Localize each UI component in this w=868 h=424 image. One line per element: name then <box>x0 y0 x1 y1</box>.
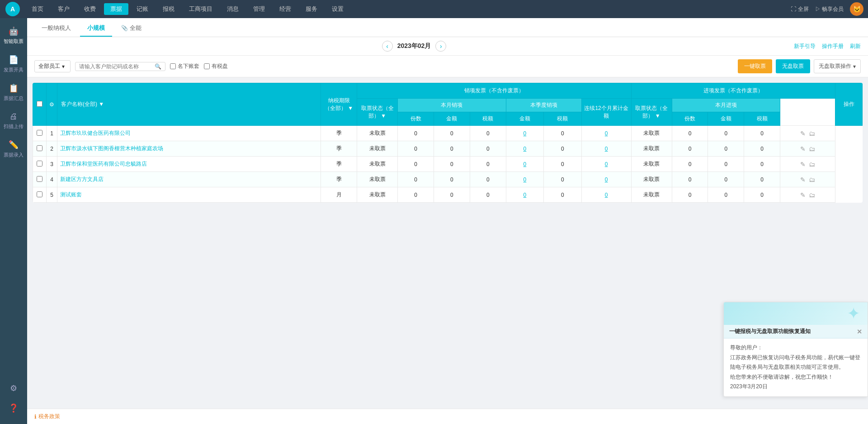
row-detail-icon[interactable]: 🗂 <box>809 145 815 152</box>
vip-btn[interactable]: ▷ 畅享会员 <box>815 5 844 13</box>
row-checkbox-cell[interactable] <box>33 187 47 203</box>
nav-settings[interactable]: 设置 <box>326 3 350 15</box>
row-edit-icon[interactable]: ✎ <box>800 130 806 137</box>
search-input[interactable] <box>79 63 155 70</box>
table-row: 2 卫辉市汲水镇下图阁香榧营木种植家庭农场 季 未取票 0 0 0 0 0 0 … <box>33 141 863 157</box>
my-account-checkbox[interactable] <box>170 63 176 69</box>
sidebar-label-summary: 票据汇总 <box>4 95 24 102</box>
row-detail-icon[interactable]: 🗂 <box>809 191 815 199</box>
row-edit-icon[interactable]: ✎ <box>800 191 806 199</box>
row-sales-month-amount: 0 <box>434 172 470 187</box>
period-next-btn[interactable]: › <box>435 41 446 52</box>
row-checkbox-cell[interactable] <box>33 157 47 172</box>
nav-home[interactable]: 首页 <box>25 3 50 15</box>
col-sales-12m-header: 连续12个月累计金额 <box>581 99 631 126</box>
col-checkbox <box>33 83 47 126</box>
row-detail-icon[interactable]: 🗂 <box>809 176 815 183</box>
logo[interactable]: A <box>5 1 21 17</box>
row-customer-name[interactable]: 测试账套 <box>57 187 321 203</box>
nav-invoice[interactable]: 票据 <box>104 3 128 15</box>
nav-service[interactable]: 服务 <box>299 3 324 15</box>
one-click-ticket-btn[interactable]: 一键取票 <box>738 59 772 73</box>
manual-btn[interactable]: 操作手册 <box>822 43 844 50</box>
sidebar-item-scan[interactable]: 🖨 扫描上传 <box>1 108 26 133</box>
period-prev-btn[interactable]: ‹ <box>382 41 393 52</box>
sidebar-item-smart-ticket[interactable]: 🤖 智能取票 <box>1 23 26 48</box>
tab-general-taxpayer[interactable]: 一般纳税人 <box>34 20 78 37</box>
period-text: 2023年02月 <box>397 42 431 50</box>
row-customer-name[interactable]: 卫辉市汲水镇下图阁香榧营木种植家庭农场 <box>57 141 321 157</box>
row-sales-month-tax: 0 <box>470 157 506 172</box>
tax-policy-link[interactable]: 税务政策 <box>38 413 60 420</box>
nav-message[interactable]: 消息 <box>221 3 245 15</box>
nav-operation[interactable]: 经营 <box>273 3 297 15</box>
row-checkbox-cell[interactable] <box>33 126 47 141</box>
nav-bookkeeping[interactable]: 记账 <box>130 3 155 15</box>
row-checkbox[interactable] <box>37 145 42 151</box>
sidebar-item-summary[interactable]: 📋 票据汇总 <box>1 80 26 105</box>
row-checkbox[interactable] <box>37 130 42 136</box>
new-guide-btn[interactable]: 新手引导 <box>794 43 816 50</box>
row-sales-status: 未取票 <box>357 157 398 172</box>
tax-disk-checkbox-label[interactable]: 有税盘 <box>204 62 228 70</box>
row-tax-period: 季 <box>321 157 357 172</box>
sidebar-item-entry[interactable]: ✏️ 票据录入 <box>1 136 26 162</box>
row-checkbox[interactable] <box>37 176 42 182</box>
fullscreen-btn[interactable]: ⛶ 全屏 <box>791 5 808 13</box>
row-tax-period: 季 <box>321 172 357 187</box>
row-detail-icon[interactable]: 🗂 <box>809 161 815 168</box>
tab-small-scale[interactable]: 小规模 <box>80 20 112 37</box>
row-sales-status: 未取票 <box>357 126 398 141</box>
sidebar-item-help[interactable]: ❓ <box>1 400 26 417</box>
tab-all[interactable]: 📎 全能 <box>114 20 149 37</box>
row-purchase-status: 未取票 <box>631 126 672 141</box>
sidebar-label-smart: 智能取票 <box>4 38 24 45</box>
nav-fee[interactable]: 收费 <box>78 3 102 15</box>
nav-manage[interactable]: 管理 <box>247 3 271 15</box>
sidebar-item-invoice-open[interactable]: 📄 发票开具 <box>1 51 26 77</box>
search-wrap: 🔍 <box>75 62 165 71</box>
no-disk-op-btn[interactable]: 无盘取票操作 ▾ <box>814 59 861 73</box>
nav-customer[interactable]: 客户 <box>52 3 76 15</box>
row-purchase-month-tax: 0 <box>744 187 780 203</box>
notif-close-btn[interactable]: ✕ <box>857 328 862 335</box>
nav-business[interactable]: 工商项目 <box>183 3 219 15</box>
row-sales-qtr-amount: 0 <box>506 141 543 157</box>
row-purchase-month-amount: 0 <box>708 187 744 203</box>
tax-disk-checkbox[interactable] <box>204 63 210 69</box>
nav-tax[interactable]: 报税 <box>156 3 181 15</box>
help-icon: ❓ <box>9 403 19 413</box>
row-sales-qtr-amount: 0 <box>506 187 543 203</box>
no-disk-op-label: 无盘取票操作 <box>819 62 851 70</box>
row-sales-month-shares: 0 <box>398 141 434 157</box>
row-detail-icon[interactable]: 🗂 <box>809 130 815 137</box>
table-row: 4 新建区方方文具店 季 未取票 0 0 0 0 0 0 未取票 0 0 0 ✎… <box>33 172 863 187</box>
row-customer-name[interactable]: 卫辉市保和堂医药有限公司忠毓路店 <box>57 157 321 172</box>
my-account-checkbox-label[interactable]: 名下账套 <box>170 62 199 70</box>
row-sales-month-tax: 0 <box>470 172 506 187</box>
notif-decoration: ✦ <box>724 302 868 325</box>
refresh-btn[interactable]: 刷新 <box>850 43 861 50</box>
search-icon[interactable]: 🔍 <box>155 63 161 70</box>
employee-select[interactable]: 全部员工 ▾ <box>34 60 71 72</box>
user-avatar[interactable]: 🐱 <box>850 2 863 16</box>
row-checkbox[interactable] <box>37 191 42 197</box>
no-disk-ticket-btn[interactable]: 无盘取票 <box>776 59 810 73</box>
row-checkbox[interactable] <box>37 161 42 167</box>
row-checkbox-cell[interactable] <box>33 172 47 187</box>
row-customer-name[interactable]: 卫辉市玖玖健合医药有限公司 <box>57 126 321 141</box>
row-edit-icon[interactable]: ✎ <box>800 161 806 168</box>
notif-body: 尊敬的用户： 江苏政务网已恢复访问电子税务局功能，易代账一键登陆电子税务局与无盘… <box>724 338 868 396</box>
row-edit-icon[interactable]: ✎ <box>800 176 806 183</box>
sidebar-item-settings[interactable]: ⚙ <box>1 380 26 397</box>
col-purchase-month-header: 本月进项 <box>672 99 780 112</box>
toolbar-right: 一键取票 无盘取票 无盘取票操作 ▾ <box>738 59 861 73</box>
row-customer-name[interactable]: 新建区方方文具店 <box>57 172 321 187</box>
notif-scroll-area[interactable]: 尊敬的用户： 江苏政务网已恢复访问电子税务局功能，易代账一键登陆电子税务局与无盘… <box>730 343 861 392</box>
select-all-checkbox[interactable] <box>37 101 42 107</box>
notif-content: 江苏政务网已恢复访问电子税务局功能，易代账一键登陆电子税务局与无盘取票相关功能可… <box>730 353 861 372</box>
row-edit-icon[interactable]: ✎ <box>800 145 806 152</box>
row-checkbox-cell[interactable] <box>33 141 47 157</box>
row-actions: ✎ 🗂 <box>780 157 835 172</box>
col-sales-qtr-tax: 税额 <box>544 112 581 126</box>
